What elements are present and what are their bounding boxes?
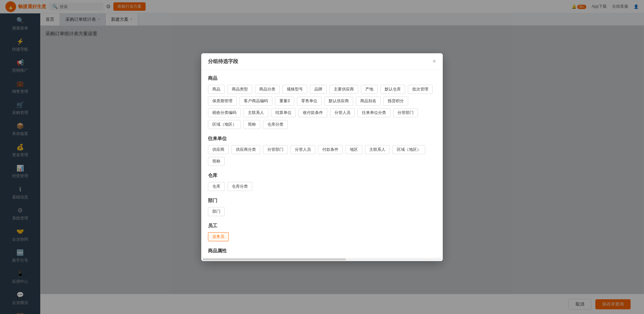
scrollbar-thumb	[203, 258, 346, 260]
section-department-title: 部门	[208, 198, 436, 204]
section-staff: 员工 业务员	[208, 223, 436, 241]
section-goods-title: 商品	[208, 75, 436, 81]
field-tag-goods-type[interactable]: 商品类型	[227, 85, 252, 94]
section-staff-tags: 业务员	[208, 232, 436, 241]
section-goods: 商品 商品 商品类型 商品分类 规格型号 品牌 主要供应商 产地 默认仓库 批次…	[208, 75, 436, 129]
modal-scrollbar-area	[201, 257, 443, 261]
field-tag-batch-mgmt[interactable]: 批次管理	[408, 85, 433, 94]
field-tag-partner-supervisor[interactable]: 分管人员	[290, 145, 315, 154]
field-tag-supplier[interactable]: 供应商	[208, 145, 229, 154]
field-tag-supervisor[interactable]: 分管人员	[330, 108, 355, 117]
field-tag-partner-category[interactable]: 往来单位分类	[358, 108, 390, 117]
field-tag-main-supplier[interactable]: 主要供应商	[329, 85, 358, 94]
field-tag-retail-unit[interactable]: 零售单位	[297, 97, 322, 106]
field-tag-goods[interactable]: 商品	[208, 85, 225, 94]
field-tag-partner-dept[interactable]: 分管部门	[263, 145, 288, 154]
field-tag-salesperson[interactable]: 业务员	[208, 232, 229, 241]
field-tag-expiry-mgmt[interactable]: 保质期管理	[208, 97, 237, 106]
section-department: 部门 部门	[208, 198, 436, 216]
modal-select-fields: 分组待选字段 × 商品 商品 商品类型 商品分类 规格型号 品牌 主要供应商 产…	[201, 53, 443, 261]
section-warehouse-title: 仓库	[208, 173, 436, 179]
section-warehouse-tags: 仓库 仓库分类	[208, 182, 436, 191]
field-tag-goods-category[interactable]: 商品分类	[255, 85, 280, 94]
field-tag-area[interactable]: 地区	[345, 145, 362, 154]
horizontal-scrollbar[interactable]	[203, 258, 441, 260]
field-tag-main-contact[interactable]: 主联系人	[244, 108, 268, 117]
field-tag-settle-unit[interactable]: 结算单位	[271, 108, 296, 117]
field-tag-short-name[interactable]: 简称	[244, 120, 260, 129]
section-partner-tags: 供应商 供应商分类 分管部门 分管人员 付款条件 地区 主联系人 区域（地区） …	[208, 145, 436, 166]
field-tag-partner-short[interactable]: 简称	[208, 157, 225, 166]
section-goods-tags: 商品 商品类型 商品分类 规格型号 品牌 主要供应商 产地 默认仓库 批次管理 …	[208, 85, 436, 129]
section-goods-attr: 商品属性 属性 颜色 多规格 尺码 鞋码 1	[208, 248, 436, 258]
modal-header: 分组待选字段 ×	[201, 53, 443, 70]
field-tag-pick-score[interactable]: 拣货积分	[383, 97, 408, 106]
section-goods-attr-title: 商品属性	[208, 248, 436, 254]
field-tag-warehouse[interactable]: 仓库	[208, 182, 225, 191]
field-tag-supplier-category[interactable]: 供应商分类	[231, 145, 260, 154]
field-tag-spec-model[interactable]: 规格型号	[282, 85, 307, 94]
field-tag-goods-alias[interactable]: 商品别名	[356, 97, 381, 106]
field-tag-payment-terms[interactable]: 收付款条件	[299, 108, 327, 117]
field-tag-wh-category[interactable]: 仓库分类	[227, 182, 252, 191]
field-tag-weight[interactable]: 重量3	[275, 97, 294, 106]
field-tag-region[interactable]: 区域（地区）	[208, 120, 241, 129]
field-tag-default-supplier[interactable]: 默认供应商	[324, 97, 353, 106]
section-department-tags: 部门	[208, 207, 436, 216]
section-partner-title: 往来单位	[208, 136, 436, 142]
modal-close-button[interactable]: ×	[432, 58, 436, 65]
overlay: 分组待选字段 × 商品 商品 商品类型 商品分类 规格型号 品牌 主要供应商 产…	[0, 0, 644, 314]
modal-body: 商品 商品 商品类型 商品分类 规格型号 品牌 主要供应商 产地 默认仓库 批次…	[201, 70, 443, 258]
section-staff-title: 员工	[208, 223, 436, 229]
field-tag-brand[interactable]: 品牌	[310, 85, 327, 94]
field-tag-origin[interactable]: 产地	[361, 85, 378, 94]
field-tag-customer-sku[interactable]: 客户商品编码	[239, 97, 272, 106]
section-partner: 往来单位 供应商 供应商分类 分管部门 分管人员 付款条件 地区 主联系人 区域…	[208, 136, 436, 166]
field-tag-dept[interactable]: 分管部门	[393, 108, 418, 117]
section-warehouse: 仓库 仓库 仓库分类	[208, 173, 436, 191]
field-tag-department[interactable]: 部门	[208, 207, 225, 216]
field-tag-tax-code[interactable]: 税收分类编码	[208, 108, 241, 117]
field-tag-warehouse-category[interactable]: 仓库分类	[263, 120, 288, 129]
modal-title: 分组待选字段	[208, 58, 238, 65]
field-tag-partner-region[interactable]: 区域（地区）	[392, 145, 425, 154]
field-tag-default-warehouse[interactable]: 默认仓库	[380, 85, 405, 94]
field-tag-pay-terms[interactable]: 付款条件	[318, 145, 343, 154]
field-tag-partner-contact[interactable]: 主联系人	[365, 145, 390, 154]
